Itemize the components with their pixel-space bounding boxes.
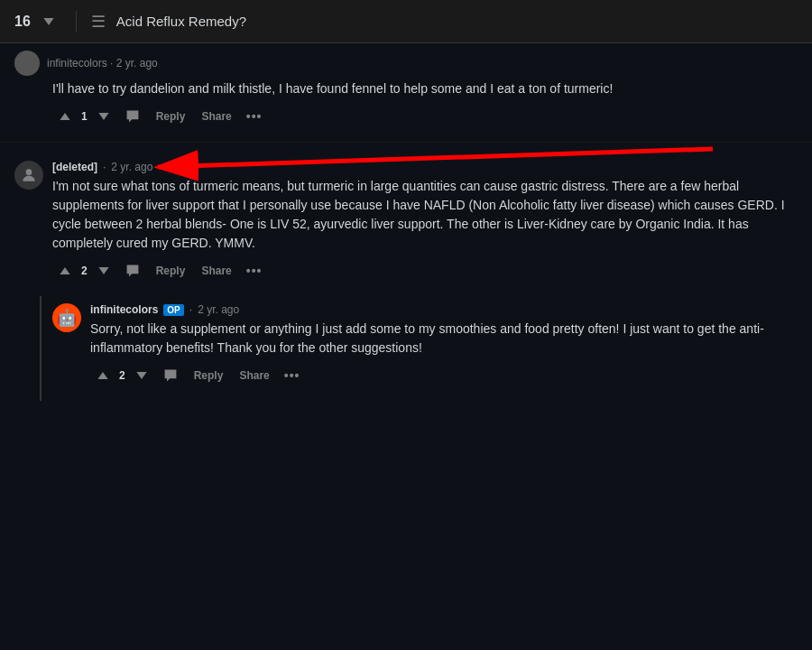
share-btn-3[interactable]: Share [232,366,276,385]
op-author: infinitecolors [90,303,158,316]
deleted-comment-meta: [deleted] · 2 yr. ago [52,161,798,173]
vote-num-3: 2 [117,369,127,382]
more-btn-2[interactable]: ••• [241,260,268,282]
op-reply-text: Sorry, not like a supplement or anything… [90,320,798,358]
downvote-button[interactable] [36,11,61,32]
comment-partial: infinitecolors · 2 yr. ago I'll have to … [0,43,812,143]
op-reply-actions: 2 Reply Share ••• [90,365,798,386]
op-badge: OP [163,304,183,316]
deleted-comment-actions: 2 Reply Share ••• [52,260,798,282]
downvote-btn-3[interactable] [129,365,154,386]
vote-controls[interactable]: 16 [14,11,61,32]
upvote-btn-1[interactable] [52,106,78,127]
comment-icon-btn-3[interactable] [156,365,185,386]
comment-text-1: I'll have to try dandelion and milk this… [52,79,798,98]
post-header: 16 ☰ Acid Reflux Remedy? [0,0,812,43]
op-reply-meta: infinitecolors OP · 2 yr. ago [90,303,798,316]
reply-btn-3[interactable]: Reply [187,366,231,385]
comment-op-reply: 🤖 infinitecolors OP · 2 yr. ago Sorry, n… [52,296,798,401]
op-dot: · [189,303,192,316]
deleted-author: [deleted] [52,161,97,173]
deleted-comment-text: I'm not sure what tons of turmeric means… [52,177,798,253]
downvote-btn-2[interactable] [91,260,116,282]
upvote-btn-2[interactable] [52,260,78,282]
deleted-time-val: 2 yr. ago [111,161,152,173]
header-divider [76,11,77,32]
comment-actions-1: 1 Reply Share ••• [52,106,798,127]
comment-icon-btn-2[interactable] [118,260,147,282]
share-btn-2[interactable]: Share [194,261,238,281]
svg-point-0 [26,169,32,175]
downvote-btn-1[interactable] [91,106,116,127]
share-btn-1[interactable]: Share [194,107,238,126]
more-btn-3[interactable]: ••• [279,365,306,386]
comment-deleted: [deleted] · 2 yr. ago I'm not sure what … [14,153,798,296]
reply-indent: 🤖 infinitecolors OP · 2 yr. ago Sorry, n… [40,296,798,401]
deleted-time: · [103,161,106,173]
deleted-comment-container: [deleted] · 2 yr. ago I'm not sure what … [0,143,812,401]
vote-count: 16 [14,14,31,30]
op-time: 2 yr. ago [198,303,239,316]
deleted-comment-body: [deleted] · 2 yr. ago I'm not sure what … [52,161,798,289]
upvote-btn-3[interactable] [90,365,115,386]
post-title: Acid Reflux Remedy? [116,14,246,29]
vote-num-2: 2 [79,265,89,277]
reply-btn-1[interactable]: Reply [149,107,193,126]
more-btn-1[interactable]: ••• [241,106,268,127]
bookmark-icon: ☰ [91,12,106,32]
comment-btn-1[interactable] [118,106,147,127]
avatar-deleted [14,161,43,190]
avatar [14,51,40,76]
op-reply-body: infinitecolors OP · 2 yr. ago Sorry, not… [90,303,798,394]
vote-num-1: 1 [79,110,89,123]
avatar-infinitecolors: 🤖 [52,303,81,332]
author-truncated: infinitecolors · 2 yr. ago [47,57,158,70]
reply-btn-2[interactable]: Reply [149,261,193,281]
